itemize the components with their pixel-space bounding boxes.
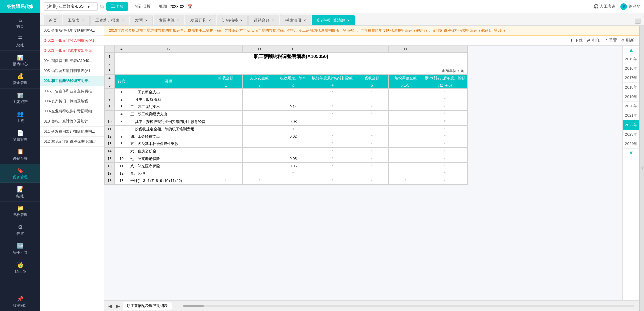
cell-h[interactable]: [389, 140, 422, 147]
cell-e[interactable]: [276, 88, 310, 96]
cell-c[interactable]: [209, 118, 243, 125]
sidebar-item-salary[interactable]: 👥 工资: [0, 107, 40, 126]
cell-e[interactable]: 0.02: [276, 133, 310, 140]
cell-d[interactable]: [243, 155, 276, 162]
bottom-tab-sheet[interactable]: 职工薪酬纳税调整明细表: [123, 302, 172, 310]
cell-h[interactable]: [389, 133, 422, 140]
cell-d[interactable]: [243, 118, 276, 125]
tab-close-icon[interactable]: ✕: [122, 19, 124, 22]
cell-d[interactable]: [243, 162, 276, 170]
tab-close-icon[interactable]: ✕: [177, 19, 179, 22]
minus-icon[interactable]: －: [628, 18, 633, 24]
oldversion-button[interactable]: 切到旧版: [131, 2, 154, 11]
cell-d[interactable]: [243, 125, 276, 133]
sidebar-item-assets[interactable]: 🏢 固定资产: [0, 89, 40, 107]
tab-invoice-open[interactable]: 发票开具✕: [185, 15, 216, 25]
cell-d[interactable]: [243, 140, 276, 147]
cell-d[interactable]: [243, 88, 276, 96]
list-item-003[interactable]: ⊘ 003-一般企业成本支出明细...: [40, 46, 104, 56]
calendar-icon[interactable]: 📅: [187, 4, 192, 9]
year-2017[interactable]: 2017年: [623, 73, 639, 83]
user-info[interactable]: 👤 徐泾华: [620, 3, 641, 10]
year-2019[interactable]: 2019年: [623, 92, 639, 102]
table-wrapper[interactable]: A B C D E F G H I: [104, 46, 622, 301]
year-2020[interactable]: 2020年: [623, 102, 639, 111]
cancel-fixed-btn[interactable]: 📌 取消固定: [0, 292, 40, 311]
sidebar-item-archive[interactable]: 📁 归档管理: [0, 202, 40, 220]
cell-h[interactable]: [389, 118, 422, 125]
cell-d[interactable]: [243, 103, 276, 110]
cell-d[interactable]: [243, 110, 276, 118]
sidebar-item-tax[interactable]: 🔖 税务管理: [0, 164, 40, 183]
cell-g[interactable]: [355, 125, 389, 133]
cell-g[interactable]: [355, 170, 389, 177]
cell-e[interactable]: [276, 177, 310, 184]
cell-c[interactable]: [209, 110, 243, 118]
tab-salary-report[interactable]: 工资统计报表✕: [90, 15, 129, 25]
sidebar-item-ledger[interactable]: ☰ 总账: [0, 32, 40, 51]
year-2018[interactable]: 2018年: [623, 83, 639, 92]
year-2016[interactable]: 2016年: [623, 64, 639, 73]
collapse-button[interactable]: 《: [639, 26, 644, 311]
cell-g[interactable]: [355, 118, 389, 125]
cell-c[interactable]: [209, 103, 243, 110]
cell-e[interactable]: 1: [276, 125, 310, 133]
tab-close-icon[interactable]: ✕: [82, 19, 84, 22]
sidebar-item-guide[interactable]: 🆕 新手引导: [0, 239, 40, 258]
horizontal-scrollbar[interactable]: [183, 305, 634, 307]
tab-salary-table[interactable]: 工资表✕: [63, 15, 90, 25]
cell-h[interactable]: [389, 155, 422, 162]
year-2024[interactable]: 2024年: [623, 139, 639, 149]
sidebar-item-home[interactable]: ⌂ 首页: [0, 13, 40, 32]
cell-e[interactable]: 0.14: [276, 103, 310, 110]
cell-d[interactable]: [243, 170, 276, 177]
cell-h[interactable]: [389, 88, 422, 96]
cell-c[interactable]: [209, 170, 243, 177]
cell-h[interactable]: [389, 162, 422, 170]
cell-c[interactable]: [209, 133, 243, 140]
more-sheets-btn[interactable]: ⋮: [175, 303, 179, 309]
cell-h[interactable]: [389, 96, 422, 103]
list-item-004[interactable]: 004-期间费用明细表(A1040...: [40, 56, 104, 66]
tab-sales-check[interactable]: 进销稽核✕: [217, 15, 248, 25]
list-item-008[interactable]: 008-资产折旧、摊销及纳税...: [40, 96, 104, 106]
tab-close-icon[interactable]: ✕: [145, 19, 148, 22]
year-2022[interactable]: 2022年: [623, 120, 639, 130]
cell-h[interactable]: [389, 147, 422, 155]
workbench-button[interactable]: 工作台: [106, 2, 128, 11]
cell-f[interactable]: [310, 125, 355, 133]
sidebar-item-reports[interactable]: 📊 报表中心: [0, 51, 40, 70]
list-item-007[interactable]: 007-广告宣传和业务宣传费推...: [40, 86, 104, 96]
year-nav-down[interactable]: ▼: [623, 149, 639, 158]
list-item-011[interactable]: 011-研发费用加计扣除优惠明...: [40, 127, 104, 137]
tab-sales-ledger[interactable]: 进销台账✕: [248, 15, 279, 25]
cell-h[interactable]: [389, 103, 422, 110]
list-item-006[interactable]: 006-职工薪酬纳税调整明细...: [40, 76, 104, 86]
cell-h[interactable]: [389, 170, 422, 177]
sidebar-item-invoice[interactable]: 📄 发票管理: [0, 126, 40, 145]
list-item-009[interactable]: 009-企业所得税弥补亏损明细...: [40, 106, 104, 116]
company-selector[interactable]: (勿删) 江西赣宝-LSS ▼: [44, 2, 98, 11]
cell-h[interactable]: [389, 125, 422, 133]
year-2023[interactable]: 2023年: [623, 130, 639, 139]
list-item-012[interactable]: 012-减免企业所得税优惠明细(..): [40, 137, 104, 147]
tab-invoice[interactable]: 发票✕: [130, 15, 153, 25]
cell-d[interactable]: [243, 147, 276, 155]
list-item-002[interactable]: ⊘ 002-一般企业收入明细表(A1...: [40, 36, 104, 46]
print-button[interactable]: 🖨 打印: [587, 38, 600, 43]
cell-e[interactable]: [276, 110, 310, 118]
list-item-010[interactable]: 010-免税、减计收入及加计...: [40, 116, 104, 127]
cell-c[interactable]: [209, 96, 243, 103]
tab-close-icon[interactable]: ✕: [208, 19, 211, 22]
list-item-005[interactable]: 005-纳税调整项目明细表(A1...: [40, 66, 104, 76]
tab-close-icon[interactable]: ✕: [240, 19, 243, 22]
tab-income-tax[interactable]: 所得税汇算清缴✕: [312, 15, 355, 25]
year-nav-up[interactable]: ▲: [623, 46, 639, 55]
tab-invoice-calc[interactable]: 发票测算✕: [154, 15, 184, 25]
service-btn[interactable]: 🎧 人工客询: [594, 4, 616, 9]
cell-c[interactable]: [209, 125, 243, 133]
cell-e[interactable]: [276, 96, 310, 103]
cell-c[interactable]: [209, 88, 243, 96]
sidebar-item-vip[interactable]: 👑 畅会员: [0, 258, 40, 277]
download-button[interactable]: ⬇ 下载: [570, 38, 583, 43]
